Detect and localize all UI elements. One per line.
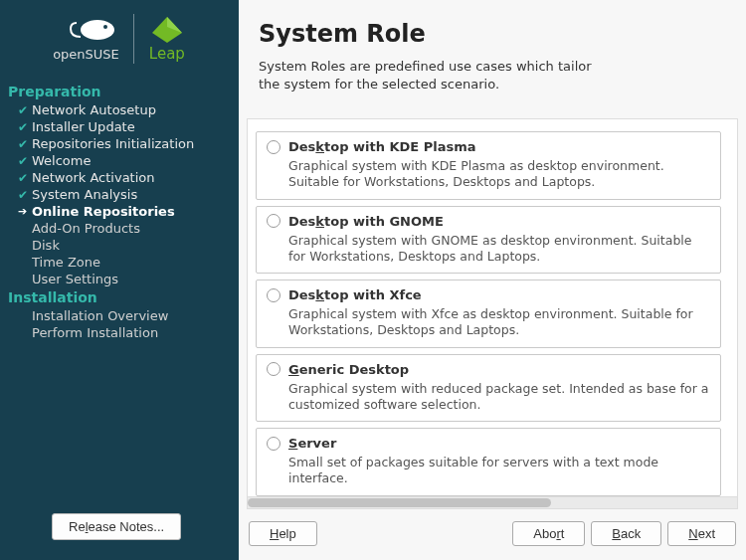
nav-item-label: Disk (32, 238, 60, 253)
nav-section-title: Installation (8, 289, 231, 305)
nav-item-label: Online Repositories (32, 204, 175, 219)
nav-item-label: Perform Installation (32, 325, 158, 340)
release-notes-button[interactable]: Release Notes... (52, 513, 181, 540)
role-option[interactable]: Desktop with KDE PlasmaGraphical system … (256, 131, 721, 200)
radio-icon[interactable] (267, 214, 280, 228)
check-icon: ✔ (18, 103, 28, 117)
nav-item[interactable]: ✔Repositories Initialization (8, 135, 231, 152)
role-head: Desktop with KDE Plasma (267, 139, 710, 154)
radio-icon[interactable] (267, 140, 280, 154)
nav-item[interactable]: ✔Perform Installation (8, 324, 231, 341)
role-description: Graphical system with GNOME as desktop e… (288, 233, 710, 266)
footer: Help Abort Back Next (239, 513, 746, 560)
page-description: System Roles are predefined use cases wh… (259, 58, 607, 93)
horizontal-scrollbar-thumb[interactable] (248, 498, 551, 507)
role-head: Desktop with Xfce (267, 287, 710, 302)
help-button[interactable]: Help (249, 521, 317, 546)
check-icon: ✔ (18, 171, 28, 185)
nav-item[interactable]: ✔Installer Update (8, 118, 231, 135)
nav-item[interactable]: ➔Online Repositories (8, 203, 231, 220)
role-description: Small set of packages suitable for serve… (288, 455, 710, 487)
nav-item[interactable]: ✔Welcome (8, 152, 231, 169)
role-head: Generic Desktop (267, 362, 710, 377)
sidebar: openSUSE Leap Preparation✔Network Autose… (0, 0, 239, 560)
nav-section-title: Preparation (8, 84, 231, 99)
role-option[interactable]: ServerSmall set of packages suitable for… (256, 428, 721, 496)
svg-point-0 (81, 20, 114, 40)
role-description: Graphical system with Xfce as desktop en… (288, 306, 710, 339)
check-icon: ✔ (18, 137, 28, 151)
role-option[interactable]: Desktop with GNOMEGraphical system with … (256, 206, 721, 275)
role-description: Graphical system with KDE Plasma as desk… (288, 158, 710, 191)
nav-item[interactable]: ✔Network Autosetup (8, 101, 231, 118)
radio-icon[interactable] (267, 362, 280, 376)
back-button[interactable]: Back (591, 521, 661, 546)
check-icon: ✔ (18, 154, 28, 168)
role-title: Server (288, 436, 336, 451)
next-button[interactable]: Next (667, 521, 736, 546)
role-head: Desktop with GNOME (267, 214, 710, 229)
horizontal-scrollbar[interactable] (248, 496, 737, 508)
brand-edition-label: Leap (149, 45, 185, 63)
nav-item[interactable]: ✔Add-On Products (8, 220, 231, 237)
check-icon: ✔ (18, 120, 28, 134)
role-title: Desktop with Xfce (288, 287, 422, 302)
nav-item-label: Add-On Products (32, 221, 140, 236)
roles-scroll[interactable]: Desktop with KDE PlasmaGraphical system … (248, 119, 737, 496)
nav-item[interactable]: ✔System Analysis (8, 186, 231, 203)
check-icon: ✔ (18, 188, 28, 202)
nav-item[interactable]: ✔Time Zone (8, 254, 231, 271)
abort-button[interactable]: Abort (512, 521, 585, 546)
main-header: System Role System Roles are predefined … (239, 0, 746, 98)
role-title: Desktop with GNOME (288, 214, 444, 229)
brand-product-label: openSUSE (53, 47, 119, 62)
radio-icon[interactable] (267, 437, 280, 451)
arrow-right-icon: ➔ (18, 205, 28, 218)
nav-item-label: Welcome (32, 153, 91, 168)
nav-item[interactable]: ✔Network Activation (8, 169, 231, 186)
role-option[interactable]: Generic DesktopGraphical system with red… (256, 354, 721, 423)
nav-item-label: Installation Overview (32, 308, 168, 323)
role-description: Graphical system with reduced package se… (288, 381, 710, 414)
brand-opensuse: openSUSE (53, 17, 119, 62)
brand-separator (133, 14, 134, 64)
nav-item-label: Network Autosetup (32, 102, 156, 117)
branding: openSUSE Leap (0, 0, 239, 82)
roles-list: Desktop with KDE PlasmaGraphical system … (247, 118, 738, 509)
nav-item-label: User Settings (32, 272, 118, 286)
release-notes-label: Release Notes... (69, 519, 164, 534)
svg-point-1 (103, 25, 107, 29)
page-title: System Role (259, 20, 726, 48)
leap-icon (148, 15, 186, 45)
nav-item-label: Time Zone (32, 255, 100, 270)
role-head: Server (267, 436, 710, 451)
nav-item[interactable]: ✔Disk (8, 237, 231, 254)
nav-item-label: Installer Update (32, 119, 135, 134)
nav: Preparation✔Network Autosetup✔Installer … (0, 82, 239, 341)
nav-item[interactable]: ✔User Settings (8, 271, 231, 287)
brand-leap: Leap (148, 15, 186, 63)
nav-item-label: System Analysis (32, 187, 137, 202)
nav-item-label: Network Activation (32, 170, 155, 185)
role-title: Generic Desktop (288, 362, 409, 377)
nav-item-label: Repositories Initialization (32, 136, 194, 151)
role-option[interactable]: Desktop with XfceGraphical system with X… (256, 280, 721, 348)
main-panel: System Role System Roles are predefined … (239, 0, 746, 560)
nav-item[interactable]: ✔Installation Overview (8, 307, 231, 324)
radio-icon[interactable] (267, 288, 280, 302)
chameleon-icon (56, 17, 117, 47)
role-title: Desktop with KDE Plasma (288, 139, 476, 154)
